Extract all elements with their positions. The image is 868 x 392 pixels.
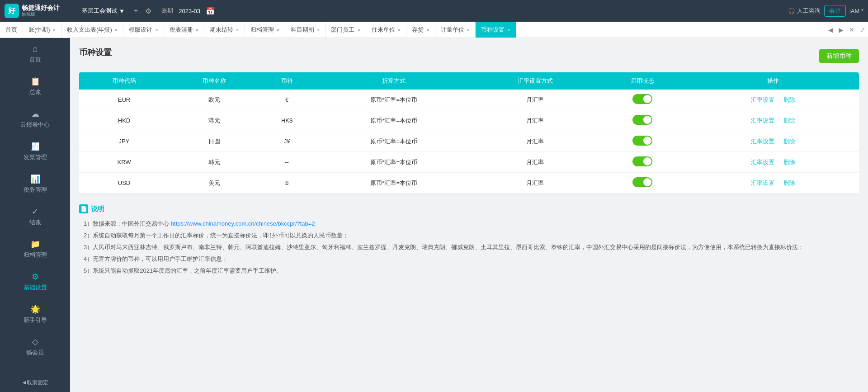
tab-currency[interactable]: 币种设置 ×: [476, 22, 516, 38]
cell-code: JPY: [79, 131, 169, 152]
tab-bar: 首页 账(中期) × 收入支出表(年报) × 模版设计 × 税表清册 × 期末结…: [0, 22, 868, 38]
tab-archive[interactable]: 归档管理 ×: [245, 22, 285, 38]
tab-inventory[interactable]: 存货 ×: [406, 22, 435, 38]
tab-tax-list-close[interactable]: ×: [196, 27, 198, 33]
notes-list: 1）数据来源：中国外汇交易中心 https://www.chinamoney.c…: [79, 218, 859, 277]
tab-subject-init[interactable]: 科目期初 ×: [285, 22, 326, 38]
tab-period-transfer-close[interactable]: ×: [236, 27, 239, 33]
delete-link[interactable]: 删除: [783, 96, 795, 103]
cloud-icon: ☁: [31, 109, 39, 119]
add-company-button[interactable]: +: [132, 7, 140, 15]
cell-toggle[interactable]: [597, 173, 687, 194]
calendar-icon[interactable]: 📅: [206, 7, 215, 15]
invoice-icon: 🧾: [30, 142, 40, 151]
tab-template-design-close[interactable]: ×: [155, 27, 158, 33]
company-selector[interactable]: 基层工会测试 ▼: [78, 5, 128, 17]
content-wrapper: 币种设置 新增币种 币种代码 币种名称 币符 折算方式 汇率设置方式 启用状态 …: [79, 47, 859, 277]
cell-calc: 原币*汇率=本位币: [315, 173, 473, 194]
rate-setting-link[interactable]: 汇率设置: [751, 96, 774, 103]
col-header-status: 启用状态: [597, 72, 687, 90]
tab-archive-label: 归档管理: [250, 26, 274, 34]
tab-tax-list[interactable]: 税表清册 ×: [164, 22, 204, 38]
tab-unit-close[interactable]: ×: [467, 27, 470, 33]
table-row: USD 美元 $ 原币*汇率=本位币 月汇率 汇率设置 删除: [79, 173, 859, 194]
enable-toggle[interactable]: [632, 136, 652, 146]
notes-icon: 📄: [79, 204, 88, 213]
rate-setting-link[interactable]: 汇率设置: [751, 138, 774, 145]
cell-toggle[interactable]: [597, 110, 687, 131]
new-currency-button[interactable]: 新增币种: [819, 49, 859, 63]
tab-subject-init-close[interactable]: ×: [317, 27, 320, 33]
cell-code: EUR: [79, 90, 169, 110]
tab-close-all-button[interactable]: ✕: [846, 26, 857, 33]
col-header-action: 操作: [688, 72, 859, 90]
tab-period-transfer[interactable]: 期末结转 ×: [204, 22, 245, 38]
tab-expand-button[interactable]: ⤢: [857, 26, 868, 33]
sidebar: ⌂ 首页 📋 总账 ☁ 云报表中心 🧾 发票管理 📊 税务管理 ✓ 结账 📁 归…: [0, 38, 70, 392]
cell-toggle[interactable]: [597, 90, 687, 110]
tab-counterparty-close[interactable]: ×: [398, 27, 401, 33]
page-title: 币种设置: [79, 47, 112, 58]
tab-archive-close[interactable]: ×: [277, 27, 279, 33]
cell-calc: 原币*汇率=本位币: [315, 110, 473, 131]
checkout-icon: ✓: [32, 207, 38, 217]
rate-setting-link[interactable]: 汇率设置: [751, 117, 774, 124]
tab-dept-staff[interactable]: 部门员工 ×: [326, 22, 366, 38]
tab-income-report[interactable]: 收入支出表(年报) ×: [61, 22, 123, 38]
enable-toggle[interactable]: [632, 94, 652, 104]
tab-template-design[interactable]: 模版设计 ×: [123, 22, 164, 38]
sidebar-item-home-label: 首页: [29, 56, 41, 64]
sidebar-item-invoice[interactable]: 🧾 发票管理: [0, 135, 70, 168]
delete-link[interactable]: 删除: [783, 179, 795, 186]
member-icon: ◇: [32, 337, 38, 347]
tab-home[interactable]: 首页: [0, 22, 23, 38]
enable-toggle[interactable]: [632, 115, 652, 125]
tab-account-period[interactable]: 账(中期) ×: [23, 22, 61, 38]
col-header-symbol: 币符: [259, 72, 315, 90]
tab-unit[interactable]: 计量单位 ×: [435, 22, 476, 38]
tab-next-button[interactable]: ▶: [836, 26, 846, 33]
archive-icon: 📁: [30, 239, 40, 249]
cell-toggle[interactable]: [597, 131, 687, 152]
sidebar-item-guide[interactable]: 🌟 新手引导: [0, 298, 70, 331]
sidebar-item-reports-label: 云报表中心: [20, 121, 50, 129]
toggle-knob: [643, 95, 651, 103]
sidebar-item-home[interactable]: ⌂ 首页: [0, 38, 70, 70]
main-layout: ⌂ 首页 📋 总账 ☁ 云报表中心 🧾 发票管理 📊 税务管理 ✓ 结账 📁 归…: [0, 38, 868, 392]
notes-link[interactable]: https://www.chinamoney.com.cn/chinese/bk…: [171, 220, 315, 227]
account-badge[interactable]: 会计: [824, 5, 846, 17]
tab-inventory-close[interactable]: ×: [426, 27, 429, 33]
tab-template-design-label: 模版设计: [129, 26, 152, 34]
enable-toggle[interactable]: [632, 177, 652, 187]
sidebar-item-archive[interactable]: 📁 归档管理: [0, 233, 70, 265]
delete-link[interactable]: 删除: [783, 117, 795, 124]
sidebar-item-tax[interactable]: 📊 税务管理: [0, 168, 70, 200]
toggle-knob: [643, 178, 651, 186]
tab-counterparty-label: 往来单位: [372, 26, 395, 34]
sidebar-item-ledger[interactable]: 📋 总账: [0, 70, 70, 103]
settings-button[interactable]: ⚙: [143, 7, 153, 15]
sidebar-item-checkout[interactable]: ✓ 结账: [0, 200, 70, 233]
tab-counterparty[interactable]: 往来单位 ×: [366, 22, 406, 38]
enable-toggle[interactable]: [632, 156, 652, 166]
sidebar-pin-toggle[interactable]: ◄取消固定: [0, 373, 70, 392]
table-row: EUR 欧元 € 原币*汇率=本位币 月汇率 汇率设置 删除: [79, 90, 859, 110]
tab-currency-close[interactable]: ×: [507, 27, 510, 33]
tab-dept-staff-close[interactable]: ×: [357, 27, 360, 33]
col-header-rate-type: 汇率设置方式: [473, 72, 597, 90]
help-button[interactable]: 🎧 人工咨询: [788, 7, 821, 15]
sidebar-item-settings[interactable]: ⚙ 基础设置: [0, 265, 70, 298]
sidebar-item-member[interactable]: ◇ 畅会员: [0, 331, 70, 363]
delete-link[interactable]: 删除: [783, 159, 795, 165]
note-item: 1）数据来源：中国外汇交易中心 https://www.chinamoney.c…: [84, 218, 859, 230]
tab-prev-button[interactable]: ◀: [826, 26, 836, 33]
table-row: JPY 日圆 J¥ 原币*汇率=本位币 月汇率 汇率设置 删除: [79, 131, 859, 152]
cell-toggle[interactable]: [597, 152, 687, 173]
tab-account-period-close[interactable]: ×: [53, 27, 56, 33]
sidebar-item-reports[interactable]: ☁ 云报表中心: [0, 103, 70, 135]
rate-setting-link[interactable]: 汇率设置: [751, 179, 774, 186]
delete-link[interactable]: 删除: [783, 138, 795, 145]
tab-tax-list-label: 税表清册: [170, 26, 193, 34]
rate-setting-link[interactable]: 汇率设置: [751, 159, 774, 165]
tab-income-report-close[interactable]: ×: [115, 27, 118, 33]
